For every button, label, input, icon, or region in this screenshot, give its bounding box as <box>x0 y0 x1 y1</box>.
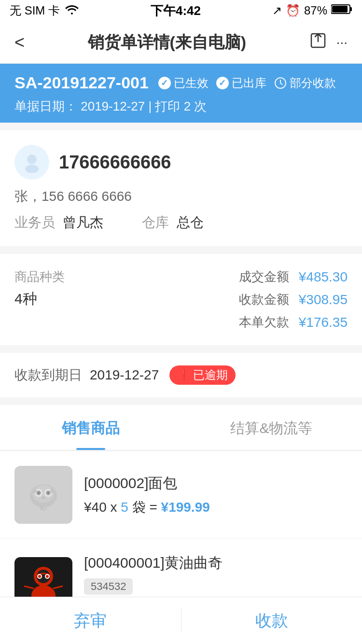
product-badge-2: 534532 <box>84 578 133 595</box>
svg-point-14 <box>47 492 50 494</box>
nav-bar: < 销货单详情(来自电脑) ··· <box>0 21 362 64</box>
tab-settlement[interactable]: 结算&物流等 <box>181 405 362 450</box>
salesperson-label: 业务员 <box>14 213 55 232</box>
price-unit-1: ¥40 <box>84 500 107 515</box>
received-row: 收款金额 ¥308.95 <box>239 291 348 308</box>
status-time: 下午4:42 <box>151 2 201 19</box>
svg-text:鸟+: 鸟+ <box>40 506 47 511</box>
due-date: 2019-12-27 <box>90 367 159 383</box>
svg-line-27 <box>53 586 63 588</box>
due-section: 收款到期日 2019-12-27 ❗ 已逾期 <box>0 353 362 397</box>
owed-row: 本单欠款 ¥176.35 <box>239 314 348 331</box>
date-label: 单据日期： <box>14 99 77 113</box>
location-icon: ↗ <box>272 4 282 17</box>
unit-1: 袋 <box>132 500 146 515</box>
svg-line-26 <box>24 586 34 588</box>
svg-rect-2 <box>332 6 348 13</box>
share-button[interactable] <box>309 32 327 53</box>
customer-contact: 张，156 6666 6666 <box>14 187 348 206</box>
back-button[interactable]: < <box>14 32 25 53</box>
status-right: ↗ ⏰ 87% <box>272 4 352 17</box>
tab-settlement-label: 结算&物流等 <box>230 420 312 436</box>
tab-products-label: 销售商品 <box>62 420 120 436</box>
overdue-icon: ❗ <box>177 369 190 381</box>
type-label: 商品种类 <box>14 268 65 285</box>
status-effective: 已生效 <box>158 75 209 91</box>
product-price-1: ¥40 x 5 袋 = ¥199.99 <box>84 498 348 517</box>
eq-1: = <box>149 500 161 515</box>
salesperson-item: 业务员 曾凡杰 <box>14 213 103 232</box>
salesperson-value: 曾凡杰 <box>63 213 103 232</box>
order-id: SA-20191227-001 <box>14 73 149 92</box>
tabs-section: 销售商品 结算&物流等 <box>0 405 362 450</box>
svg-rect-1 <box>350 7 352 11</box>
customer-row: 17666666666 <box>14 145 348 180</box>
battery-level: 87% <box>304 4 327 17</box>
status-partial-label: 部分收款 <box>290 75 336 91</box>
owed-label: 本单欠款 <box>239 314 289 331</box>
due-label: 收款到期日 <box>14 366 82 384</box>
overdue-label: 已逾期 <box>193 367 228 383</box>
status-left: 无 SIM 卡 <box>10 3 79 18</box>
svg-point-6 <box>25 165 39 173</box>
customer-meta: 业务员 曾凡杰 仓库 总仓 <box>14 213 348 232</box>
customer-avatar <box>14 145 49 180</box>
check-icon-2 <box>216 77 229 89</box>
bottom-bar: 弃审 收款 <box>0 597 362 644</box>
warehouse-value: 总仓 <box>177 213 204 232</box>
product-item: 鸟+ [0000002]面包 ¥40 x 5 袋 = ¥199.99 <box>0 451 362 539</box>
status-partial: 部分收款 <box>274 75 336 91</box>
status-bar: 无 SIM 卡 下午4:42 ↗ ⏰ 87% <box>0 0 362 21</box>
type-count: 4种 <box>14 289 65 309</box>
deal-label: 成交金额 <box>239 268 289 285</box>
warehouse-label: 仓库 <box>142 213 169 232</box>
customer-section: 17666666666 张，156 6666 6666 业务员 曾凡杰 仓库 总… <box>0 130 362 246</box>
page-title: 销货单详情(来自电脑) <box>88 31 247 54</box>
received-label: 收款金额 <box>239 291 289 308</box>
product-name-1: [0000002]面包 <box>84 474 348 493</box>
product-thumb-1: 鸟+ <box>14 466 72 524</box>
stats-right: 成交金额 ¥485.30 收款金额 ¥308.95 本单欠款 ¥176.35 <box>239 268 348 331</box>
svg-point-24 <box>38 575 41 578</box>
received-value: ¥308.95 <box>299 292 348 308</box>
status-shipped-label: 已出库 <box>232 75 266 91</box>
stats-left: 商品种类 4种 <box>14 268 65 309</box>
stats-section: 商品种类 4种 成交金额 ¥485.30 收款金额 ¥308.95 本单欠款 ¥… <box>0 254 362 345</box>
clock-icon <box>274 77 287 89</box>
alarm-icon: ⏰ <box>286 4 300 17</box>
status-shipped: 已出库 <box>216 75 266 91</box>
customer-id: 17666666666 <box>59 152 171 173</box>
total-1: ¥199.99 <box>161 500 210 515</box>
more-button[interactable]: ··· <box>336 35 348 50</box>
status-tags: 已生效 已出库 部分收款 <box>158 75 336 91</box>
cancel-button[interactable]: 弃审 <box>0 597 181 644</box>
deal-value: ¥485.30 <box>299 269 348 285</box>
owed-value: ¥176.35 <box>299 315 348 330</box>
product-name-2: [000400001]黄油曲奇 <box>84 553 348 573</box>
nav-actions: ··· <box>309 32 348 53</box>
battery-icon <box>331 4 352 17</box>
overdue-badge: ❗ 已逾期 <box>169 365 236 385</box>
product-info-1: [0000002]面包 ¥40 x 5 袋 = ¥199.99 <box>84 474 348 517</box>
sim-status: 无 SIM 卡 <box>10 3 60 18</box>
status-effective-label: 已生效 <box>174 75 209 91</box>
svg-point-5 <box>27 154 37 164</box>
svg-point-13 <box>38 492 40 494</box>
wifi-icon <box>65 4 79 17</box>
date-value: 2019-12-27 <box>81 99 145 113</box>
header-top: SA-20191227-001 已生效 已出库 部分收款 <box>14 73 348 92</box>
svg-point-25 <box>46 575 49 578</box>
header-banner: SA-20191227-001 已生效 已出库 部分收款 单据日期： 2019-… <box>0 64 362 123</box>
price-x-1: x <box>111 500 121 515</box>
warehouse-item: 仓库 总仓 <box>142 213 204 232</box>
confirm-button[interactable]: 收款 <box>181 597 362 644</box>
header-date-row: 单据日期： 2019-12-27 | 打印 2 次 <box>14 98 348 115</box>
check-icon-1 <box>158 77 171 89</box>
quantity-1: 5 <box>121 500 128 515</box>
deal-row: 成交金额 ¥485.30 <box>239 268 348 285</box>
print-info: | 打印 2 次 <box>148 99 207 113</box>
tab-products[interactable]: 销售商品 <box>0 405 181 450</box>
